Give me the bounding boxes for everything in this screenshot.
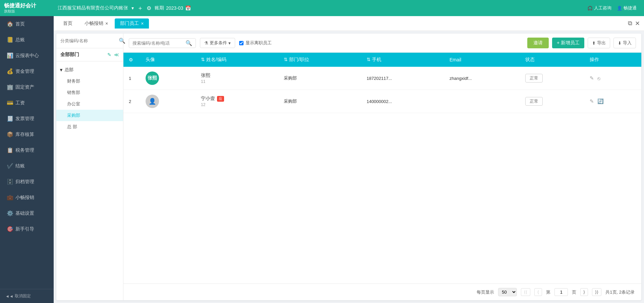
edit-button[interactable]: ✎ — [590, 75, 594, 81]
add-account-button[interactable]: ＋ — [137, 5, 143, 11]
employee-data-table: ⚙ 头像 ⇅ 姓名/编码 ⇅ 部门/职位 ⇅ 手机 Email 状态 操作 — [123, 53, 641, 113]
sidebar-item-label: 首页 — [15, 21, 25, 27]
unpin-button[interactable]: ◄◄ 取消固定 — [0, 289, 54, 303]
page-unit: 页 — [572, 289, 576, 295]
toolbar-right: 邀请 + 新增员工 ⬆ 导出 ⬇ 导入 — [527, 38, 636, 48]
row-status: 正常 — [520, 90, 584, 113]
page-number-input[interactable] — [554, 288, 568, 296]
secondary-action-button[interactable]: ⎋ — [597, 75, 600, 81]
settings-button[interactable]: ⚙ — [147, 5, 151, 11]
tab-expense[interactable]: 小畅报销 × — [79, 18, 113, 29]
sidebar-item-label: 资金管理 — [15, 68, 34, 74]
sidebar-item-label: 基础设置 — [15, 210, 34, 216]
tab-dept-employee[interactable]: 部门员工 × — [115, 18, 149, 29]
guide-icon: 🎯 — [7, 226, 13, 232]
dept-tree-child-hq[interactable]: 总 部 — [56, 121, 123, 133]
page-prev-button[interactable]: ⟨ — [534, 288, 542, 296]
sidebar-item-archive[interactable]: 🗄️ 归档管理 — [0, 174, 54, 190]
row-actions: ✎ ⎋ — [584, 67, 641, 90]
export-icon: ⬆ — [592, 41, 596, 46]
row-index: 1 — [123, 67, 140, 90]
sidebar-item-settings[interactable]: ⚙️ 基础设置 — [0, 205, 54, 221]
sidebar-item-label: 税务管理 — [15, 147, 34, 153]
dept-tree-child-sales[interactable]: 销售部 — [56, 87, 123, 98]
export-button[interactable]: ⬆ 导出 — [588, 38, 610, 48]
dept-tree-child-finance[interactable]: 财务部 — [56, 75, 123, 87]
total-label: 共1页, 2条记录 — [605, 289, 635, 295]
avatar: 张熙 — [146, 71, 159, 85]
dept-search-input[interactable] — [60, 38, 117, 43]
sidebar-item-assets[interactable]: 🏢 固定资产 — [0, 79, 54, 95]
show-resigned-label: 显示离职员工 — [246, 40, 272, 46]
dept-tree-parent-head[interactable]: ▼ 总部 — [56, 64, 123, 75]
dept-tree-child-purchase[interactable]: 采购部 — [56, 110, 123, 121]
ai-consult-button[interactable]: 🎧 人工咨询 — [587, 5, 611, 11]
tab-actions: ⧉ ✕ — [628, 20, 640, 27]
tab-restore-button[interactable]: ⧉ — [628, 20, 632, 27]
resigned-checkbox-input[interactable] — [239, 41, 244, 45]
tab-close-all-button[interactable]: ✕ — [635, 20, 640, 27]
employee-search-box: 🔍 — [129, 38, 196, 48]
archive-icon: 🗄️ — [7, 179, 13, 185]
dept-header: 全部部门 ✎ ≪ — [56, 48, 123, 61]
sidebar-item-ledger[interactable]: 📒 总账 — [0, 32, 54, 48]
sidebar-item-home[interactable]: 🏠 首页 — [0, 16, 54, 32]
logo-subtitle: 旗舰版 — [4, 9, 15, 14]
show-resigned-checkbox[interactable]: 显示离职员工 — [239, 40, 272, 46]
sidebar-item-inventory[interactable]: 📦 库存核算 — [0, 127, 54, 142]
salary-icon: 💳 — [7, 100, 13, 106]
add-employee-button[interactable]: + 新增员工 — [552, 38, 584, 48]
user-info[interactable]: 👤 畅捷通 — [617, 5, 637, 11]
row-actions: ✎ 🔄 — [584, 90, 641, 113]
dept-add-button[interactable]: ✎ — [107, 52, 111, 57]
col-status: 状态 — [520, 53, 584, 67]
col-phone[interactable]: ⇅ 手机 — [361, 53, 444, 67]
dept-collapse-button[interactable]: ≪ — [114, 52, 119, 57]
tab-expense-close-button[interactable]: × — [105, 21, 108, 26]
page-first-button[interactable]: ⟨⟨ — [521, 288, 530, 296]
page-last-button[interactable]: ⟩⟩ — [592, 288, 601, 296]
invite-button[interactable]: 邀请 — [527, 38, 549, 48]
table-header-row: ⚙ 头像 ⇅ 姓名/编码 ⇅ 部门/职位 ⇅ 手机 Email 状态 操作 — [123, 53, 641, 67]
secondary-action-button[interactable]: 🔄 — [597, 98, 604, 104]
sidebar-item-closing[interactable]: ✔️ 结账 — [0, 158, 54, 174]
employee-search-input[interactable] — [132, 41, 183, 46]
dept-tree-child-office[interactable]: 办公室 — [56, 98, 123, 110]
sidebar-item-guide[interactable]: 🎯 新手引导 — [0, 221, 54, 237]
sidebar-item-label: 固定资产 — [15, 84, 34, 90]
ledger-icon: 📒 — [7, 37, 13, 43]
tab-home[interactable]: 首页 — [58, 18, 78, 29]
col-dept-position[interactable]: ⇅ 部门/职位 — [278, 53, 361, 67]
tab-dept-close-button[interactable]: × — [141, 21, 144, 26]
sidebar-item-label: 工资 — [15, 100, 25, 106]
sidebar-item-label: 小畅报销 — [15, 195, 34, 201]
content-area: 首页 小畅报销 × 部门员工 × ⧉ ✕ 🔍 — [54, 16, 644, 303]
page-next-button[interactable]: ⟩ — [580, 288, 588, 296]
user-icon: 👤 — [617, 6, 622, 11]
assets-icon: 🏢 — [7, 84, 13, 90]
col-name-code[interactable]: ⇅ 姓名/编码 — [196, 53, 278, 67]
table-row: 1张熙 张熙 11 采购部187202117...zhangxidf...正常 … — [123, 67, 641, 90]
col-settings[interactable]: ⚙ — [123, 53, 140, 67]
page-prefix: 第 — [546, 289, 550, 295]
company-dropdown-button[interactable]: ▾ — [131, 5, 134, 11]
expense-icon: 💼 — [7, 194, 13, 201]
row-email: zhangxidf... — [444, 67, 520, 90]
sidebar-item-fund[interactable]: 💰 资金管理 — [0, 63, 54, 79]
sidebar-item-salary[interactable]: 💳 工资 — [0, 95, 54, 111]
sidebar-item-tax[interactable]: 📋 税务管理 — [0, 142, 54, 158]
tab-dept-label: 部门员工 — [120, 20, 139, 27]
tab-expense-label: 小畅报销 — [85, 20, 103, 27]
import-icon: ⬇ — [618, 41, 622, 46]
sidebar-item-expense[interactable]: 💼 小畅报销 — [0, 190, 54, 205]
dept-header-icons: ✎ ≪ — [107, 52, 119, 57]
import-button[interactable]: ⬇ 导入 — [613, 38, 636, 48]
calendar-icon[interactable]: 📅 — [185, 5, 191, 11]
sidebar-item-label: 库存核算 — [15, 132, 34, 138]
sidebar-item-invoice[interactable]: 🧾 发票管理 — [0, 111, 54, 127]
filter-button[interactable]: ⚗ 更多条件 ▾ — [200, 38, 235, 48]
page-size-select[interactable]: 50 10 20 100 — [498, 288, 517, 296]
sidebar-item-reports[interactable]: 📊 云报表中心 — [0, 48, 54, 63]
edit-button[interactable]: ✎ — [590, 98, 594, 104]
tabs-bar: 首页 小畅报销 × 部门员工 × ⧉ ✕ — [54, 16, 644, 31]
